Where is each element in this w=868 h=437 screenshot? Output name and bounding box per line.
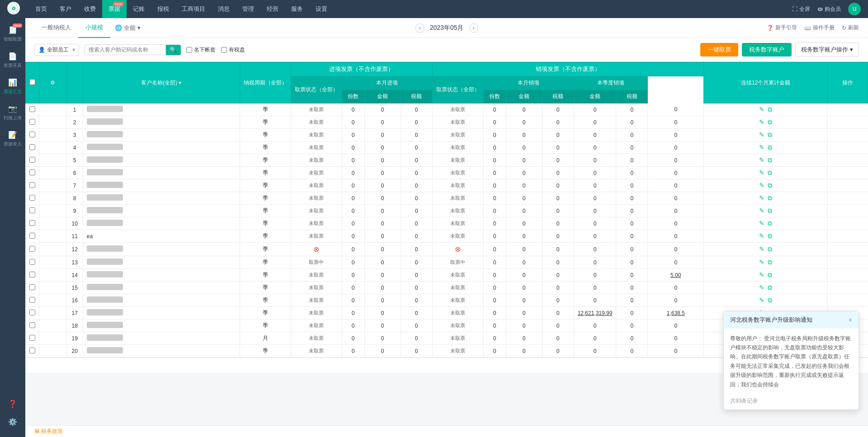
notification-close-button[interactable]: ×: [849, 316, 852, 324]
row-checkbox-cell[interactable]: [26, 192, 39, 205]
row-checkbox-cell[interactable]: [26, 230, 39, 243]
row-ops-cell[interactable]: ✎ ⧉: [704, 269, 828, 282]
row-checkbox[interactable]: [29, 348, 35, 353]
nav-home[interactable]: 首页: [29, 0, 53, 18]
row-name-cell[interactable]: [83, 154, 240, 167]
copy-action-icon[interactable]: ⧉: [768, 106, 772, 113]
has-ticket-checkbox-label[interactable]: 有税盘: [221, 46, 245, 54]
row-checkbox[interactable]: [29, 297, 35, 303]
edit-action-icon[interactable]: ✎: [759, 182, 764, 189]
th-period[interactable]: 纳税周期（全部）: [240, 62, 291, 103]
nav-ticket[interactable]: 票据 new: [102, 0, 127, 18]
row-name-cell[interactable]: [83, 243, 240, 256]
row-checkbox[interactable]: [29, 119, 35, 125]
has-ticket-checkbox[interactable]: [221, 47, 227, 53]
row-checkbox[interactable]: [29, 132, 35, 137]
nav-tax[interactable]: 报税: [151, 0, 175, 18]
row-checkbox[interactable]: [29, 106, 35, 112]
row-checkbox[interactable]: [29, 233, 35, 239]
row-ops-cell[interactable]: ✎ ⧉: [704, 141, 828, 154]
row-ops-cell[interactable]: ✎ ⧉: [704, 154, 828, 167]
row-ops-cell[interactable]: ✎ ⧉: [704, 217, 828, 230]
nav-settings[interactable]: 设置: [309, 0, 334, 18]
row-ops-cell[interactable]: ✎ ⧉: [704, 179, 828, 192]
nav-service[interactable]: 服务: [285, 0, 309, 18]
row-ops-cell[interactable]: ✎ ⧉: [704, 167, 828, 179]
edit-action-icon[interactable]: ✎: [759, 194, 764, 202]
row-checkbox[interactable]: [29, 195, 35, 201]
row-name-cell[interactable]: [83, 217, 240, 230]
row-ops-cell[interactable]: ✎ ⧉: [704, 116, 828, 129]
edit-action-icon[interactable]: ✎: [759, 106, 764, 113]
copy-action-icon[interactable]: ⧉: [768, 245, 772, 253]
row-ops-cell[interactable]: ✎ ⧉: [704, 230, 828, 243]
row-checkbox[interactable]: [29, 272, 35, 277]
tax-digital-account-button[interactable]: 税务数字账户: [742, 43, 792, 56]
row-checkbox-cell[interactable]: [26, 345, 39, 357]
employee-select[interactable]: 👤 全部员工 ▾: [34, 44, 79, 56]
date-prev-button[interactable]: ‹: [415, 23, 425, 33]
copy-action-icon[interactable]: ⧉: [768, 194, 772, 202]
tab-small-scale[interactable]: 小规模: [78, 18, 110, 38]
copy-action-icon[interactable]: ⧉: [768, 169, 772, 176]
nav-operation[interactable]: 经营: [260, 0, 285, 18]
copy-action-icon[interactable]: ⧉: [768, 232, 772, 240]
row-checkbox[interactable]: [29, 169, 35, 175]
copy-action-icon[interactable]: ⧉: [768, 207, 772, 214]
row-checkbox[interactable]: [29, 284, 35, 290]
row-checkbox[interactable]: [29, 310, 35, 315]
row-checkbox-cell[interactable]: [26, 129, 39, 141]
row-name-cell[interactable]: [83, 256, 240, 269]
row-checkbox-cell[interactable]: [26, 294, 39, 307]
row-ops-cell[interactable]: ✎ ⧉: [704, 294, 828, 307]
row-checkbox-cell[interactable]: [26, 116, 39, 129]
row-checkbox-cell[interactable]: [26, 269, 39, 282]
row-checkbox-cell[interactable]: [26, 103, 39, 116]
row-name-cell[interactable]: [83, 103, 240, 116]
sidebar-item-summary[interactable]: 📊 票据汇总: [1, 74, 24, 99]
row-checkbox[interactable]: [29, 335, 35, 341]
row-name-cell[interactable]: [83, 192, 240, 205]
row-checkbox-cell[interactable]: [26, 282, 39, 294]
row-name-cell[interactable]: [83, 282, 240, 294]
row-ops-cell[interactable]: ✎ ⧉: [704, 192, 828, 205]
row-ops-cell[interactable]: ✎ ⧉: [704, 205, 828, 217]
row-checkbox[interactable]: [29, 246, 35, 252]
row-checkbox[interactable]: [29, 144, 35, 150]
nav-manage[interactable]: 管理: [236, 0, 260, 18]
row-name-cell[interactable]: ea: [83, 230, 240, 243]
row-name-cell[interactable]: [83, 129, 240, 141]
edit-action-icon[interactable]: ✎: [759, 220, 764, 227]
new-guide-button[interactable]: ❓ 新手引导: [767, 24, 797, 32]
copy-action-icon[interactable]: ⧉: [768, 182, 772, 189]
sidebar-config[interactable]: ⚙️: [1, 414, 24, 430]
tab-general-taxpayer[interactable]: 一般纳税人: [34, 18, 78, 38]
tax-policy-link[interactable]: 🏛 税务政策: [34, 428, 63, 434]
edit-action-icon[interactable]: ✎: [759, 207, 764, 214]
copy-action-icon[interactable]: ⧉: [768, 118, 772, 126]
row-checkbox[interactable]: [29, 182, 35, 188]
one-key-ticket-button[interactable]: 一键取票: [700, 43, 738, 56]
edit-action-icon[interactable]: ✎: [759, 156, 764, 164]
row-checkbox-cell[interactable]: [26, 179, 39, 192]
my-account-checkbox-label[interactable]: 名下帐套: [186, 46, 216, 54]
row-checkbox[interactable]: [29, 157, 35, 163]
row-checkbox-cell[interactable]: [26, 243, 39, 256]
sidebar-help[interactable]: ❓: [1, 395, 24, 412]
row-name-cell[interactable]: [83, 205, 240, 217]
row-name-cell[interactable]: [83, 345, 240, 357]
select-all-checkbox[interactable]: [29, 79, 35, 85]
row-checkbox[interactable]: [29, 220, 35, 226]
app-logo[interactable]: ✿: [7, 2, 22, 16]
edit-action-icon[interactable]: ✎: [759, 271, 764, 278]
row-checkbox-cell[interactable]: [26, 154, 39, 167]
copy-action-icon[interactable]: ⧉: [768, 258, 772, 266]
row-checkbox-cell[interactable]: [26, 256, 39, 269]
tax-digital-ops-button[interactable]: 税务数字账户操作 ▾: [795, 42, 859, 57]
row-checkbox-cell[interactable]: [26, 167, 39, 179]
row-name-cell[interactable]: [83, 167, 240, 179]
row-ops-cell[interactable]: ✎ ⧉: [704, 256, 828, 269]
row-name-cell[interactable]: [83, 179, 240, 192]
edit-action-icon[interactable]: ✎: [759, 118, 764, 126]
copy-action-icon[interactable]: ⧉: [768, 131, 772, 138]
